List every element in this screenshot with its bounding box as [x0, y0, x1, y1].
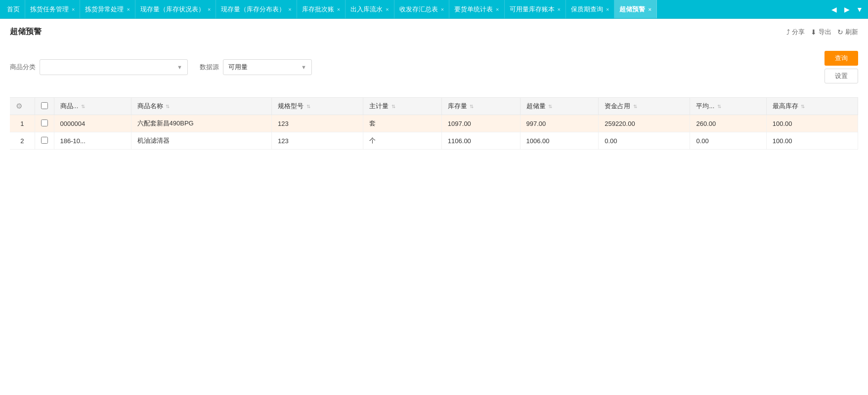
nav-item-9[interactable]: 可用量库存账本×: [505, 0, 566, 19]
nav-item-label-3: 现存量（库存状况表）: [140, 5, 205, 14]
col-overstock-qty-label: 超储量: [526, 102, 546, 110]
cell-index-0: 1: [10, 115, 35, 132]
cell-stock_qty-0: 1097.00: [441, 115, 520, 132]
table-settings-icon[interactable]: ⚙: [16, 102, 22, 110]
table-header-row: ⚙ 商品... ⇅ 商品名称 ⇅ 规格型号 ⇅ 主计量: [10, 98, 858, 115]
category-select[interactable]: ▼: [40, 59, 188, 75]
col-settings: ⚙: [10, 98, 35, 115]
nav-item-3[interactable]: 现存量（库存状况表）×: [135, 0, 216, 19]
nav-item-10[interactable]: 保质期查询×: [566, 0, 614, 19]
category-label: 商品分类: [10, 63, 36, 72]
nav-bar: 首页拣货任务管理×拣货异常处理×现存量（库存状况表）×现存量（库存分布表）×库存…: [0, 0, 868, 19]
cell-overstock_qty-1: 1006.00: [520, 132, 599, 150]
col-product-name[interactable]: 商品名称 ⇅: [131, 98, 271, 115]
refresh-label: 刷新: [845, 28, 858, 37]
col-product-code[interactable]: 商品... ⇅: [54, 98, 131, 115]
row-checkbox-0[interactable]: [41, 119, 48, 126]
nav-item-label-1: 拣货任务管理: [30, 5, 69, 14]
sort-icon-product-code: ⇅: [81, 104, 85, 109]
col-unit-label: 主计量: [369, 102, 389, 110]
nav-prev-arrow[interactable]: ◀: [827, 0, 840, 19]
table-row: 10000004六配套新昌490BPG123套1097.00997.002592…: [10, 115, 858, 132]
nav-item-label-5: 库存批次账: [302, 5, 334, 14]
col-checkbox-header: [35, 98, 54, 115]
cell-stock_qty-1: 1106.00: [441, 132, 520, 150]
nav-item-close-11[interactable]: ×: [648, 6, 651, 12]
nav-item-close-7[interactable]: ×: [441, 6, 444, 12]
sort-icon-avg: ⇅: [717, 104, 721, 109]
nav-item-2[interactable]: 拣货异常处理×: [80, 0, 135, 19]
nav-item-7[interactable]: 收发存汇总表×: [394, 0, 449, 19]
cell-unit-0: 套: [363, 115, 442, 132]
nav-more-arrow[interactable]: ▼: [853, 0, 866, 19]
category-chevron-icon: ▼: [177, 64, 182, 70]
col-product-code-label: 商品...: [60, 102, 79, 110]
col-capital-occupy[interactable]: 资金占用 ⇅: [599, 98, 690, 115]
nav-item-close-1[interactable]: ×: [72, 6, 75, 12]
nav-item-6[interactable]: 出入库流水×: [346, 0, 394, 19]
datasource-value: 可用量: [228, 63, 248, 72]
datasource-chevron-icon: ▼: [301, 64, 306, 70]
export-label: 导出: [819, 28, 831, 37]
sort-icon-overstock-qty: ⇅: [548, 104, 552, 109]
nav-item-close-3[interactable]: ×: [208, 6, 211, 12]
nav-item-label-8: 要货单统计表: [454, 5, 493, 14]
datasource-label: 数据源: [200, 63, 219, 72]
nav-next-arrow[interactable]: ▶: [840, 0, 853, 19]
share-button[interactable]: ⤴ 分享: [786, 28, 805, 37]
col-unit[interactable]: 主计量 ⇅: [363, 98, 442, 115]
nav-item-close-8[interactable]: ×: [496, 6, 499, 12]
nav-item-close-4[interactable]: ×: [288, 6, 291, 12]
datasource-select[interactable]: 可用量 ▼: [223, 59, 312, 75]
cell-avg-0: 260.00: [690, 115, 766, 132]
cell-checkbox-0: [35, 115, 54, 132]
sort-icon-unit: ⇅: [391, 104, 395, 109]
nav-item-close-10[interactable]: ×: [606, 6, 609, 12]
refresh-icon: ↻: [837, 28, 843, 36]
col-avg[interactable]: 平均... ⇅: [690, 98, 766, 115]
nav-item-label-10: 保质期查询: [571, 5, 603, 14]
cell-max_stock-1: 100.00: [766, 132, 858, 150]
col-max-stock[interactable]: 最高库存 ⇅: [766, 98, 858, 115]
page-header: 超储预警 ⤴ 分享 ⬇ 导出 ↻ 刷新: [10, 27, 858, 37]
query-button[interactable]: 查询: [825, 51, 858, 66]
category-filter: 商品分类 ▼: [10, 59, 188, 75]
nav-item-label-0: 首页: [7, 5, 20, 14]
nav-item-0[interactable]: 首页: [2, 0, 25, 19]
nav-item-label-4: 现存量（库存分布表）: [221, 5, 285, 14]
export-button[interactable]: ⬇ 导出: [811, 28, 831, 37]
table-row: 2186-10...机油滤清器123个1106.001006.000.000.0…: [10, 132, 858, 150]
nav-item-5[interactable]: 库存批次账×: [297, 0, 346, 19]
select-all-checkbox[interactable]: [41, 102, 48, 109]
nav-item-close-6[interactable]: ×: [386, 6, 389, 12]
cell-product_name-1: 机油滤清器: [131, 132, 271, 150]
nav-item-11[interactable]: 超储预警×: [614, 0, 656, 19]
nav-item-4[interactable]: 现存量（库存分布表）×: [216, 0, 297, 19]
cell-capital_occupy-0: 259220.00: [599, 115, 690, 132]
nav-item-8[interactable]: 要货单统计表×: [449, 0, 504, 19]
sort-icon-spec: ⇅: [306, 104, 310, 109]
nav-item-1[interactable]: 拣货任务管理×: [25, 0, 80, 19]
sort-icon-stock-qty: ⇅: [470, 104, 474, 109]
col-overstock-qty[interactable]: 超储量 ⇅: [520, 98, 599, 115]
sort-icon-product-name: ⇅: [166, 104, 170, 109]
cell-product_name-0: 六配套新昌490BPG: [131, 115, 271, 132]
col-max-stock-label: 最高库存: [773, 102, 798, 110]
refresh-button[interactable]: ↻ 刷新: [837, 28, 858, 37]
set-button[interactable]: 设置: [825, 69, 858, 83]
share-icon: ⤴: [786, 28, 790, 36]
nav-item-close-9[interactable]: ×: [558, 6, 561, 12]
export-icon: ⬇: [811, 28, 817, 36]
row-checkbox-1[interactable]: [41, 137, 48, 144]
col-capital-occupy-label: 资金占用: [605, 102, 630, 110]
col-stock-qty[interactable]: 库存量 ⇅: [441, 98, 520, 115]
nav-item-label-6: 出入库流水: [350, 5, 383, 14]
nav-item-close-2[interactable]: ×: [127, 6, 130, 12]
col-spec[interactable]: 规格型号 ⇅: [271, 98, 363, 115]
nav-item-close-5[interactable]: ×: [337, 6, 340, 12]
datasource-filter: 数据源 可用量 ▼: [200, 59, 312, 75]
col-product-name-label: 商品名称: [137, 102, 163, 110]
cell-checkbox-1: [35, 132, 54, 150]
col-avg-label: 平均...: [696, 102, 714, 110]
filter-row: 商品分类 ▼ 数据源 可用量 ▼ 查询 设置: [10, 45, 858, 89]
